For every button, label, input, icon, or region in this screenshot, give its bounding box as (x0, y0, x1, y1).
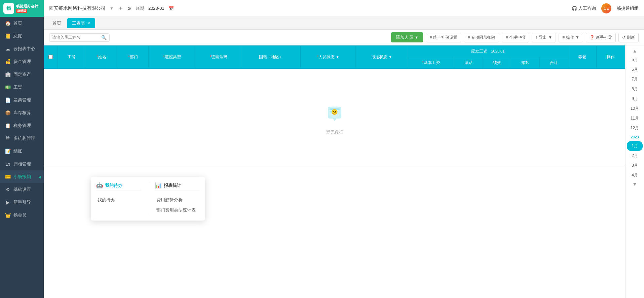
empty-illustration: 😕 (321, 98, 348, 125)
month-2022-12[interactable]: 12月 (626, 123, 644, 133)
sidebar-item-tax[interactable]: 📋 税务管理 (0, 119, 44, 132)
refresh-label: 刷新 (627, 35, 635, 40)
sidebar-label-archive: 归档管理 (13, 161, 31, 167)
month-2022-10[interactable]: 10月 (626, 104, 644, 113)
month-2023-1[interactable]: 1月 (627, 141, 643, 151)
refresh-button[interactable]: ↺ 刷新 (618, 33, 639, 42)
tax-return-label: 个税申报 (509, 35, 525, 40)
month-2023-2[interactable]: 2月 (626, 151, 644, 161)
sidebar-label-tax: 税务管理 (13, 123, 31, 129)
month-2022-6[interactable]: 6月 (626, 65, 644, 74)
sidebar-item-guide[interactable]: ▶ 新手引导 (0, 196, 44, 209)
add-person-button[interactable]: 添加人员 ▼ (391, 32, 423, 42)
th-basic-wage: *基本工资 (408, 57, 454, 69)
user-avatar: CE (601, 3, 611, 13)
sidebar-label-funds: 资金管理 (13, 59, 31, 65)
sidebar-item-archive[interactable]: 🗂 归档管理 (0, 158, 44, 170)
export-label: 导出 (539, 35, 547, 40)
empty-state: 😕 暂无数据 (47, 71, 621, 162)
sidebar-label-home: 首页 (13, 20, 22, 26)
operation-button[interactable]: ≡ 操作 ▼ (559, 33, 583, 42)
sidebar-item-settings[interactable]: ⚙ 基础设置 (0, 183, 44, 196)
sidebar-item-salary[interactable]: 💵 工资 (0, 81, 44, 94)
popup-item-cost-trend[interactable]: 费用趋势分析 (155, 195, 200, 205)
tab-home-label: 首页 (52, 20, 61, 26)
sidebar-label-closing: 结账 (13, 148, 22, 154)
sidebar-label-guide: 新手引导 (13, 199, 31, 205)
invoice-icon: 📄 (5, 97, 11, 103)
export-arrow: ▼ (548, 35, 552, 40)
svg-marker-5 (333, 119, 336, 121)
todo-icon: 🤖 (96, 182, 103, 189)
popup-columns: 🤖 我的待办 我的待办 📊 报表统计 费用趋势分析 部门费用类型统计表 (96, 182, 200, 215)
sidebar-item-ledger[interactable]: 📒 总账 (0, 30, 44, 42)
guide-btn-label: 新手引导 (596, 35, 612, 40)
sidebar-label-cloud: 云报表中心 (13, 46, 35, 52)
add-company-button[interactable]: ＋ (118, 5, 123, 12)
topbar-right: 🎧 人工咨询 CE 畅捷通组组 (572, 3, 639, 13)
period-label: 账期 (136, 5, 144, 11)
sidebar-item-funds[interactable]: 💰 资金管理 (0, 55, 44, 68)
sidebar-arrow: ◀ (38, 175, 41, 179)
calendar-icon[interactable]: 📅 (168, 6, 174, 11)
special-deduction-icon: ≡ (467, 35, 470, 40)
funds-icon: 💰 (5, 59, 11, 64)
th-dept: *部门 (117, 46, 149, 69)
inventory-icon: 📦 (5, 110, 11, 115)
add-dropdown-arrow: ▼ (415, 35, 418, 39)
headset-icon: 🎧 (572, 6, 577, 11)
sidebar-item-closing[interactable]: 📝 结账 (0, 145, 44, 158)
sidebar-item-invoice[interactable]: 📄 发票管理 (0, 94, 44, 106)
tax-return-button[interactable]: ≡ 个税申报 (502, 33, 529, 42)
month-nav-down[interactable]: ▼ (631, 180, 639, 188)
month-nav-up[interactable]: ▲ (631, 47, 639, 55)
toolbar-actions: 添加人员 ▼ ≡ 统一社保设置 ≡ 专项附加扣除 ≡ 个税申报 ↑ 导出 ▼ ≡ (391, 32, 639, 42)
sidebar-item-cloud[interactable]: ☁ 云报表中心 (0, 42, 44, 55)
sidebar-label-settings: 基础设置 (13, 187, 31, 193)
report-icon: 📊 (155, 182, 162, 189)
search-icon: 🔍 (101, 35, 107, 40)
th-send-status: 报送状态 ▼ (355, 46, 408, 69)
sidebar-item-assets[interactable]: 🏢 固定资产 (0, 68, 44, 81)
special-deduction-button[interactable]: ≡ 专项附加扣除 (464, 33, 499, 42)
month-2022-8[interactable]: 8月 (626, 84, 644, 94)
app-name: 畅捷通好会计 (16, 4, 38, 8)
social-security-button[interactable]: ≡ 统一社保设置 (426, 33, 461, 42)
select-all-checkbox[interactable] (48, 55, 53, 59)
guide-button[interactable]: ❓ 新手引导 (586, 33, 616, 42)
month-2022-9[interactable]: 9月 (626, 94, 644, 104)
company-name: 西安虾米网络科技有限公司 (49, 5, 106, 11)
year-2023-label: 2023 (626, 133, 644, 141)
sidebar: 畅 畅捷通好会计 旗舰版 🏠 首页 📒 总账 ☁ 云报表中心 💰 资金管理 🏢 … (0, 0, 44, 298)
sidebar-item-expense[interactable]: 💳 小畅报销 ◀ (0, 170, 44, 183)
month-2023-4[interactable]: 4月 (626, 170, 644, 180)
company-dropdown-arrow[interactable]: ▼ (110, 6, 114, 11)
service-button[interactable]: 🎧 人工咨询 (572, 5, 596, 11)
tab-close-icon[interactable]: ✕ (87, 21, 90, 26)
logo-icon: 畅 (3, 3, 14, 14)
popup-item-dept-cost[interactable]: 部门费用类型统计表 (155, 205, 200, 215)
month-2023-3[interactable]: 3月 (626, 161, 644, 170)
sidebar-item-member[interactable]: 👑 畅会员 (0, 209, 44, 222)
svg-text:😕: 😕 (331, 109, 338, 115)
special-deduction-label: 专项附加扣除 (471, 35, 495, 40)
popup-divider (148, 182, 148, 215)
avatar-initials: CE (604, 6, 609, 11)
settings-gear-icon[interactable]: ⚙ (127, 6, 131, 11)
search-box: 🔍 (49, 33, 110, 42)
search-input[interactable] (52, 35, 99, 40)
sidebar-item-home[interactable]: 🏠 首页 (0, 17, 44, 30)
th-idno: *证照号码 (195, 46, 242, 69)
tab-home[interactable]: 首页 (48, 18, 66, 28)
export-button[interactable]: ↑ 导出 ▼ (532, 33, 556, 42)
sidebar-item-multi[interactable]: 🏛 多机构管理 (0, 132, 44, 145)
month-2022-5[interactable]: 5月 (626, 55, 644, 65)
tab-salary[interactable]: 工资表 ✕ (67, 18, 95, 28)
month-2022-11[interactable]: 11月 (626, 113, 644, 123)
sidebar-item-inventory[interactable]: 📦 库存核算 (0, 106, 44, 119)
th-checkbox (44, 46, 58, 69)
th-total: 合计 (540, 57, 568, 69)
export-icon: ↑ (535, 35, 537, 40)
month-2022-7[interactable]: 7月 (626, 74, 644, 84)
popup-item-my-todo[interactable]: 我的待办 (96, 195, 141, 205)
